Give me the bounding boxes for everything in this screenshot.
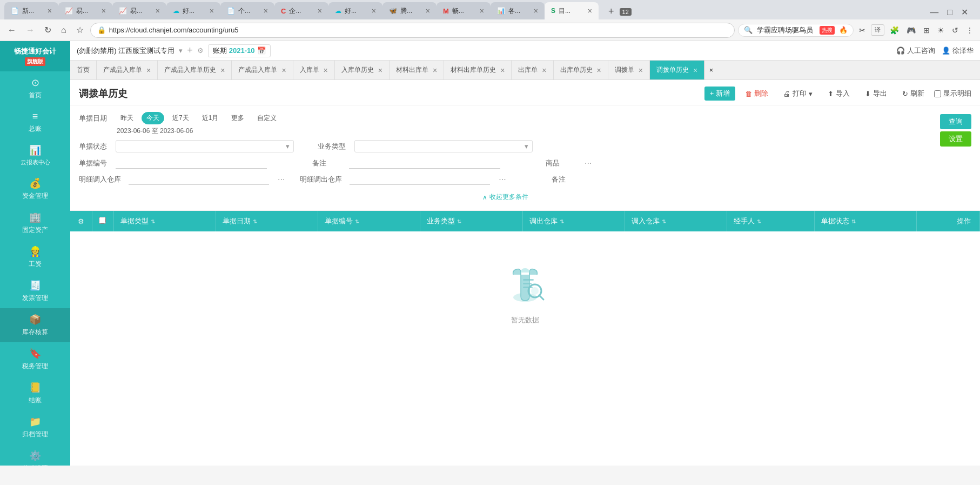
company-settings-btn[interactable]: ⚙: [197, 46, 204, 55]
sort-doc-date[interactable]: 单据日期 ⇅: [223, 216, 311, 226]
tab-close-11[interactable]: ×: [588, 7, 592, 15]
add-company-btn[interactable]: +: [187, 45, 193, 56]
tab-close-2[interactable]: ×: [102, 7, 106, 15]
page-tab-5-close[interactable]: ×: [378, 66, 382, 75]
import-btn[interactable]: ⬆ 导入: [822, 87, 855, 101]
page-tab-3[interactable]: 产成品入库单 ×: [232, 61, 293, 80]
sort-transfer-in[interactable]: 调入仓库 ⇅: [632, 216, 720, 226]
page-tab-3-close[interactable]: ×: [281, 66, 286, 75]
page-tab-10-close[interactable]: ×: [639, 66, 643, 75]
reload-btn[interactable]: ↻: [41, 23, 55, 37]
translate-btn[interactable]: 译: [871, 24, 884, 36]
sort-handler[interactable]: 经手人 ⇅: [734, 216, 808, 226]
sidebar-item-home[interactable]: ⊙ 首页: [0, 71, 70, 105]
page-tab-9[interactable]: 出库单历史 ×: [554, 61, 608, 80]
sidebar-item-reports[interactable]: 📊 云报表中心: [0, 139, 70, 172]
more-btn[interactable]: 更多: [226, 112, 249, 124]
doc-no-input[interactable]: [116, 158, 267, 169]
company-dropdown-btn[interactable]: ▾: [179, 46, 183, 55]
tab-2[interactable]: 📈 易... ×: [58, 2, 112, 19]
back-btn[interactable]: ←: [4, 23, 19, 37]
page-tab-6[interactable]: 材料出库单 ×: [390, 61, 444, 80]
sort-doc-status[interactable]: 单据状态 ⇅: [821, 216, 910, 226]
table-gear-icon[interactable]: ⚙: [78, 217, 84, 225]
page-tab-1-close[interactable]: ×: [146, 66, 151, 75]
tab-11[interactable]: S 目... ×: [545, 2, 599, 19]
sidebar-item-inventory[interactable]: 📦 库存核算: [0, 308, 70, 342]
page-tab-10[interactable]: 调拨单 ×: [608, 61, 650, 80]
page-tab-11-close[interactable]: ×: [693, 66, 697, 75]
sidebar-item-tax[interactable]: 🔖 税务管理: [0, 342, 70, 376]
sidebar-item-archive[interactable]: 📁 归档管理: [0, 410, 70, 444]
menu-btn[interactable]: ⋮: [964, 25, 976, 36]
tab-close-8[interactable]: ×: [426, 7, 430, 15]
bookmark-btn[interactable]: ☆: [73, 23, 87, 37]
last7-btn[interactable]: 近7天: [167, 112, 194, 124]
status-select[interactable]: [116, 140, 294, 152]
period-selector[interactable]: 账期 2021-10 📅: [208, 44, 271, 57]
tab-7[interactable]: ☁ 好... ×: [328, 2, 382, 19]
page-tab-2[interactable]: 产成品入库单历史 ×: [158, 61, 232, 80]
tab-close-3[interactable]: ×: [156, 7, 160, 15]
tab-8[interactable]: 🦋 腾... ×: [382, 2, 437, 19]
address-bar[interactable]: 🔒 https://cloud.chanjet.com/accounting/u…: [90, 23, 735, 38]
maximize-btn[interactable]: □: [944, 5, 956, 19]
page-tab-6-close[interactable]: ×: [433, 66, 437, 75]
theme-btn[interactable]: ☀: [935, 25, 947, 36]
page-tab-4[interactable]: 入库单 ×: [293, 61, 335, 80]
last-month-btn[interactable]: 近1月: [197, 112, 224, 124]
page-tab-home[interactable]: 首页: [70, 61, 97, 80]
page-tab-8-close[interactable]: ×: [542, 66, 546, 75]
new-btn[interactable]: + 新增: [704, 87, 735, 101]
page-tab-1[interactable]: 产成品入库单 ×: [97, 61, 158, 80]
tab-3[interactable]: 📈 易... ×: [112, 2, 166, 19]
tab-close-5[interactable]: ×: [264, 7, 268, 15]
game-btn[interactable]: 🎮: [904, 25, 918, 36]
query-btn[interactable]: 查询: [940, 114, 971, 129]
tab-close-7[interactable]: ×: [372, 7, 376, 15]
collapse-btn[interactable]: ∧ 收起更多条件: [480, 190, 531, 204]
sidebar-item-finance[interactable]: 💰 资金管理: [0, 172, 70, 206]
tab-10[interactable]: 📊 各... ×: [491, 2, 545, 19]
new-tab-btn[interactable]: +: [605, 4, 617, 19]
sidebar-item-settings[interactable]: ⚙️ 基础设置: [0, 444, 70, 466]
table-col-checkbox[interactable]: [92, 211, 113, 231]
select-all-checkbox[interactable]: [99, 217, 106, 224]
today-btn[interactable]: 今天: [142, 112, 164, 124]
page-tab-8[interactable]: 出库单 ×: [512, 61, 553, 80]
page-tab-4-close[interactable]: ×: [324, 66, 328, 75]
forward-btn[interactable]: →: [23, 23, 38, 37]
yesterday-btn[interactable]: 昨天: [116, 112, 138, 124]
delete-btn[interactable]: 🗑 删除: [740, 87, 774, 101]
transfer-in-btn[interactable]: ···: [278, 175, 285, 184]
sidebar-item-assets[interactable]: 🏢 固定资产: [0, 206, 70, 240]
tab-4[interactable]: ☁ 好... ×: [166, 2, 220, 19]
sidebar-item-closing[interactable]: 📒 结账: [0, 376, 70, 410]
sidebar-item-ledger[interactable]: ≡ 总账: [0, 105, 70, 139]
refresh-btn[interactable]: ↻ 刷新: [897, 87, 930, 101]
tab-6[interactable]: C 企... ×: [274, 2, 328, 19]
tab-close-6[interactable]: ×: [318, 7, 322, 15]
tab-1[interactable]: 📄 新... ×: [4, 2, 58, 19]
tab-close-10[interactable]: ×: [534, 7, 538, 15]
scissors-icon[interactable]: ✂: [857, 25, 868, 36]
consult-btn[interactable]: 🎧 人工咨询: [896, 46, 935, 56]
tab-close-4[interactable]: ×: [210, 7, 214, 15]
display-checkbox[interactable]: [934, 90, 941, 97]
sidebar-item-payroll[interactable]: 👷 工资: [0, 240, 70, 274]
goods-select-btn[interactable]: ···: [585, 158, 592, 168]
page-tab-11[interactable]: 调拨单历史 ×: [650, 61, 704, 80]
tab-9[interactable]: M 畅... ×: [437, 2, 491, 19]
transfer-out-input[interactable]: [350, 174, 490, 185]
setting-btn[interactable]: 设置: [940, 131, 971, 147]
biz-type-select[interactable]: [354, 140, 533, 152]
sort-transfer-out[interactable]: 调出仓库 ⇅: [529, 216, 618, 226]
transfer-out-btn[interactable]: ···: [499, 175, 506, 184]
close-btn[interactable]: ✕: [958, 5, 971, 19]
sort-doc-type[interactable]: 单据类型 ⇅: [120, 216, 209, 226]
grid-btn[interactable]: ⊞: [921, 25, 932, 36]
sort-doc-no[interactable]: 单据编号 ⇅: [325, 216, 413, 226]
tab-close-1[interactable]: ×: [48, 7, 52, 15]
minimize-btn[interactable]: —: [927, 5, 942, 19]
page-tab-2-close[interactable]: ×: [220, 66, 225, 75]
